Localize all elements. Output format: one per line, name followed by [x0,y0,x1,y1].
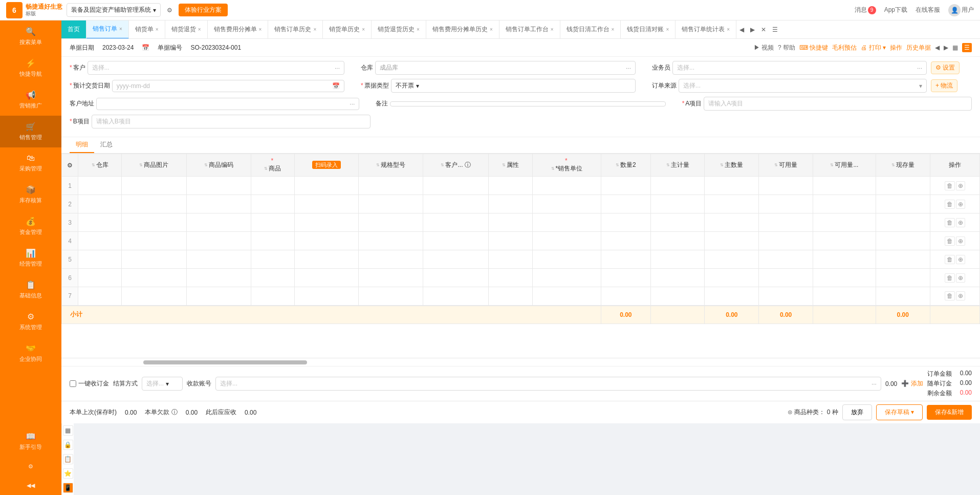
tab-summary[interactable]: 汇总 [94,137,119,153]
cell-qty2-1[interactable] [601,177,650,195]
tab-detail[interactable]: 明细 [70,137,94,153]
delivery-date-input[interactable]: yyyy-mm-dd 📅 [112,80,344,92]
tab-daily-clear[interactable]: 钱货日清工作台 × [560,20,621,39]
tab-next[interactable]: ▶ [747,26,758,33]
customer-address-input[interactable]: ··· [96,98,359,110]
tab-close-sales-order[interactable]: × [119,26,122,32]
profit-link[interactable]: 毛利预估 [832,44,857,52]
user-menu[interactable]: 👤 用户 [948,4,974,16]
sidebar-item-quicknav[interactable]: ⚡ 快捷导航 [0,52,61,84]
sidebar-item-finance[interactable]: 💰 资金管理 [0,210,61,242]
payment-method-select[interactable]: 选择... ▾ [142,377,183,391]
row-delete-3[interactable]: 🗑 [945,218,955,227]
tab-close-sales-invoice[interactable]: × [156,27,159,32]
warehouse-input[interactable]: 成品库 ··· [375,61,636,75]
video-link[interactable]: ▶ 视频 [754,44,774,52]
remark-input[interactable] [390,101,665,106]
system-selector[interactable]: 装备及固定资产辅助管理系统 ▾ [67,3,161,17]
tab-sales-order[interactable]: 销售订单 × [86,20,129,39]
grid-view-icon[interactable]: ▦ [952,44,958,51]
notification-area[interactable]: 消息 9 [855,6,876,14]
row-copy-2[interactable]: ⊕ [956,200,965,209]
sidebar-item-system[interactable]: ⚙ 系统管理 [0,306,61,337]
deposit-checkbox[interactable]: 一键收订金 [70,379,109,388]
online-service-link[interactable]: 在线客服 [916,6,940,14]
customer-input[interactable]: 选择... ··· [88,61,344,75]
sidebar-item-marketing[interactable]: 📢 营销推广 [0,84,61,116]
row-delete-1[interactable]: 🗑 [945,181,955,190]
row-delete-2[interactable]: 🗑 [945,200,955,209]
add-payment-link[interactable]: ➕ 添加 [901,379,923,388]
column-scan[interactable]: 扫码录入 [295,154,359,177]
sidebar-item-search[interactable]: 🔍 搜索菜单 [0,20,61,52]
tab-close-history[interactable]: × [313,27,316,32]
cell-image-1[interactable] [122,177,186,195]
settings-button[interactable]: ⚙ 设置 [931,61,960,74]
right-btn-3[interactable]: 📋 [63,454,73,464]
tab-expense-history[interactable]: 销售费用分摊单历史 × [426,20,499,39]
nav-prev-icon[interactable]: ◀ [935,44,940,51]
cell-scan-1[interactable] [295,177,359,195]
tab-sales-invoice[interactable]: 销货单 × [129,20,165,39]
cell-unit-1[interactable] [532,177,601,195]
cell-customer-code-1[interactable] [423,177,489,195]
cell-available-1[interactable] [759,177,813,195]
discard-button[interactable]: 放弃 [842,404,872,420]
tab-prev[interactable]: ◀ [736,26,747,33]
row-copy-5[interactable]: ⊕ [956,255,965,264]
row-delete-4[interactable]: 🗑 [945,236,955,246]
cell-available2-1[interactable] [813,177,876,195]
row-delete-5[interactable]: 🗑 [945,255,955,264]
sidebar-settings-icon[interactable]: ⚙ [0,457,61,476]
sidebar-item-sales[interactable]: 🛒 销售管理 [0,116,61,147]
tab-workbench[interactable]: 销售订单工作台 × [499,20,560,39]
sidebar-collapse-icon[interactable]: ◀◀ [0,476,61,495]
right-btn-4[interactable]: ⭐ [63,468,73,479]
project-b-input[interactable]: 请输入B项目 [92,115,371,128]
sidebar-item-inventory[interactable]: 📦 库存核算 [0,179,61,210]
tab-close-sales-expense[interactable]: × [259,27,262,32]
settings-icon[interactable]: ⚙ [165,5,175,16]
row-copy-1[interactable]: ⊕ [956,181,965,190]
order-source-input[interactable]: 选择... ▾ [679,79,927,93]
staff-input[interactable]: 选择... ··· [672,61,927,75]
sidebar-item-purchase[interactable]: 🛍 采购管理 [0,147,61,179]
right-btn-2[interactable]: 🔒 [63,440,73,450]
project-a-input[interactable]: 请输入A项目 [704,97,972,111]
tab-daily-reconcile[interactable]: 钱货日清对账 × [621,20,676,39]
save-new-button[interactable]: 保存&新增 [927,405,972,420]
tab-sales-return[interactable]: 销货退货 × [165,20,208,39]
app-download-link[interactable]: App下载 [884,6,907,14]
save-draft-button[interactable]: 保存草稿 ▾ [876,404,923,420]
cell-code-1[interactable] [186,177,251,195]
sidebar-item-operations[interactable]: 📊 经营管理 [0,242,61,274]
cell-spec-1[interactable] [358,177,423,195]
calendar-icon[interactable]: 📅 [142,44,149,51]
tab-sales-stats[interactable]: 销售订单统计表 × [676,20,736,39]
tab-invoice-history[interactable]: 销货单历史 × [323,20,372,39]
cell-product-1[interactable] [251,177,294,195]
tab-home[interactable]: 首页 [61,20,86,39]
account-input[interactable]: 选择... ··· [215,377,881,391]
horizontal-scrollbar[interactable] [61,358,980,366]
sidebar-item-enterprise[interactable]: 🤝 企业协同 [0,337,61,369]
print-link[interactable]: 🖨 打印 ▾ [861,44,886,52]
help-link[interactable]: ? 帮助 [778,44,795,52]
row-copy-7[interactable]: ⊕ [956,291,965,300]
tab-close-all[interactable]: ✕ [758,26,769,33]
shortcut-link[interactable]: ⌨ 快捷键 [799,44,828,52]
row-delete-6[interactable]: 🗑 [945,273,955,283]
cell-main-qty-1[interactable] [705,177,759,195]
history-link[interactable]: 历史单据 [906,44,931,52]
operation-link[interactable]: 操作 [890,44,902,52]
row-copy-6[interactable]: ⊕ [956,273,965,283]
cell-attr-1[interactable] [489,177,532,195]
tab-menu[interactable]: ☰ [769,26,781,33]
logistics-button[interactable]: + 物流 [931,79,957,92]
invoice-select[interactable]: 不开票 ▾ [391,79,636,93]
sidebar-item-guide[interactable]: 📖 新手引导 [0,425,61,457]
list-view-icon[interactable]: ☰ [962,43,972,52]
right-btn-1[interactable]: ▦ [63,425,73,436]
row-copy-3[interactable]: ⊕ [956,218,965,227]
cell-main-unit-1[interactable] [650,177,705,195]
